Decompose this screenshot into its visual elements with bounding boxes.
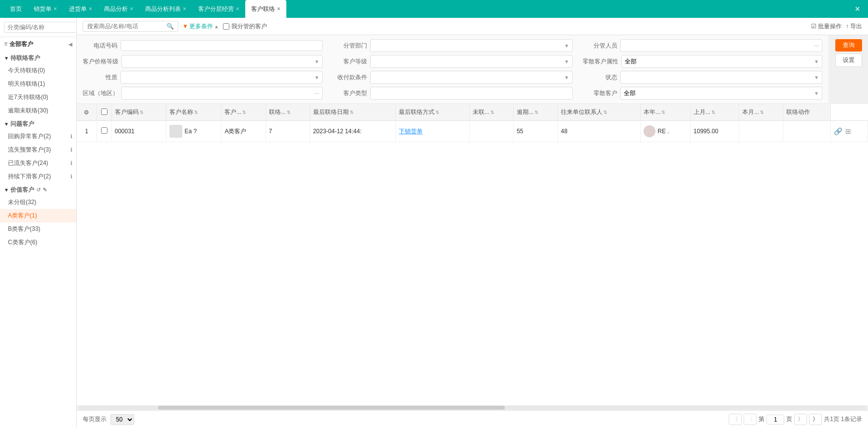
- page-size-select[interactable]: 50: [110, 414, 134, 425]
- sort-name-icon[interactable]: ⇅: [194, 110, 198, 115]
- nav-purchase[interactable]: 进货单 ×: [63, 0, 98, 18]
- payment-label: 收付款条件: [332, 73, 367, 82]
- sidebar-repurchase-info-icon[interactable]: ℹ: [70, 133, 72, 140]
- sort-contact-icon[interactable]: ⇅: [287, 110, 291, 115]
- nav-customer-contact[interactable]: 客户联络 ×: [245, 0, 286, 18]
- status-select[interactable]: ▼: [620, 71, 822, 84]
- dept-select[interactable]: ▼: [370, 39, 572, 52]
- sidebar-all-customers-label: 全部客户: [9, 40, 33, 49]
- export-btn[interactable]: ↑ 导出: [846, 22, 862, 31]
- pager-last-btn[interactable]: 》: [809, 414, 822, 425]
- sidebar-problem-section: ▼ 问题客户: [0, 117, 76, 130]
- gear-settings-icon[interactable]: ⚙: [80, 109, 94, 116]
- sidebar-item-repurchase[interactable]: 回购异常客户(2) ℹ: [0, 130, 76, 143]
- row-overdue-extra: 48: [558, 121, 641, 142]
- nav-customer-tier-close[interactable]: ×: [236, 5, 239, 12]
- nav-sales-close[interactable]: ×: [54, 5, 57, 12]
- action-grid-icon[interactable]: ⊞: [845, 127, 851, 135]
- horizontal-scrollbar[interactable]: [77, 405, 868, 410]
- search-input[interactable]: [87, 23, 166, 30]
- scrollbar-thumb[interactable]: [158, 406, 505, 410]
- price-grade-select[interactable]: ▼: [121, 55, 323, 68]
- region-select[interactable]: ···: [121, 87, 323, 100]
- cust-grade-select[interactable]: ▼: [370, 55, 572, 68]
- last-method-link[interactable]: 下销货单: [399, 128, 423, 135]
- sort-nocontact-icon[interactable]: ⇅: [490, 110, 494, 115]
- col-nocontact-label: 未联...: [473, 108, 489, 116]
- cust-type-select[interactable]: [370, 87, 572, 100]
- sort-method-icon[interactable]: ⇅: [435, 110, 439, 115]
- sidebar-refresh-icon[interactable]: ↺: [36, 187, 41, 193]
- sort-code-icon[interactable]: ⇅: [140, 110, 144, 115]
- batch-op-btn[interactable]: ☑ 批量操作: [811, 22, 842, 31]
- sidebar-churn-warning-info-icon[interactable]: ℹ: [70, 147, 72, 153]
- sidebar-edit-icon[interactable]: ✎: [43, 187, 47, 193]
- row-checkbox[interactable]: [101, 127, 108, 134]
- sidebar-item-today-contact[interactable]: 今天待联络(0): [0, 64, 76, 77]
- sidebar-item-churn-warning[interactable]: 流失预警客户(3) ℹ: [0, 143, 76, 157]
- sidebar-item-c-class[interactable]: C类客户(6): [0, 236, 76, 249]
- row-this-month: [783, 121, 830, 142]
- row-code: 000031: [111, 121, 166, 142]
- sidebar-item-ungroup[interactable]: 未分组(32): [0, 196, 76, 209]
- my-customers-checkbox[interactable]: [223, 23, 229, 30]
- sort-person-icon[interactable]: ⇅: [603, 110, 607, 115]
- sidebar-all-customers[interactable]: ⠿ 全部客户 ◀: [0, 37, 76, 52]
- nav-sales[interactable]: 销货单 ×: [28, 0, 63, 18]
- pager-next-btn[interactable]: 〉: [794, 414, 807, 425]
- query-buttons: 查询 设置: [835, 39, 862, 67]
- row-overdue: 55: [513, 121, 557, 142]
- nav-customer-contact-close[interactable]: ×: [277, 5, 280, 12]
- nature-select[interactable]: ▼: [120, 71, 323, 84]
- sidebar-b-class-label: B类客户(33): [8, 225, 40, 233]
- filter-search-icon[interactable]: 🔍: [166, 23, 174, 30]
- nav-goods-analysis-close[interactable]: ×: [130, 5, 133, 12]
- phone-input[interactable]: [120, 40, 323, 51]
- nav-close-all[interactable]: ×: [851, 4, 864, 14]
- nav-sales-label: 销货单: [34, 5, 52, 13]
- pager-first-btn[interactable]: 《: [729, 414, 742, 425]
- sort-date-icon[interactable]: ⇅: [350, 110, 354, 115]
- row-name: Ea ?: [166, 121, 221, 142]
- nav-home[interactable]: 首页: [4, 0, 28, 18]
- sidebar-item-overdue-contact[interactable]: 逾期未联络(30): [0, 104, 76, 117]
- sort-year-icon[interactable]: ⇅: [661, 110, 665, 115]
- payment-select[interactable]: ▼: [370, 71, 572, 84]
- action-link-icon[interactable]: 🔗: [834, 127, 842, 135]
- nav-purchase-close[interactable]: ×: [89, 5, 92, 12]
- settings-btn[interactable]: 设置: [835, 54, 862, 67]
- sidebar-item-week-contact[interactable]: 近7天待联络(0): [0, 91, 76, 104]
- payment-down-icon: ▼: [564, 75, 569, 80]
- sidebar-item-churned[interactable]: 已流失客户(24) ℹ: [0, 157, 76, 170]
- sort-lastmonth-icon[interactable]: ⇅: [711, 110, 715, 115]
- sidebar-churned-info-icon[interactable]: ℹ: [70, 160, 72, 166]
- sidebar-item-tomorrow-contact[interactable]: 明天待联络(1): [0, 77, 76, 91]
- query-btn[interactable]: 查询: [835, 39, 862, 52]
- col-thismonth-label: 本月...: [742, 108, 759, 116]
- sort-type-icon[interactable]: ⇅: [242, 110, 246, 115]
- col-action: 联络动作: [783, 104, 830, 121]
- select-all-checkbox[interactable]: [101, 108, 108, 115]
- retail-select[interactable]: 全部 ▼: [620, 87, 822, 100]
- filter-right-actions: ☑ 批量操作 ↑ 导出: [811, 22, 862, 31]
- nav-goods-analysis-list[interactable]: 商品分析列表 ×: [139, 0, 192, 18]
- nav-customer-tier[interactable]: 客户分层经营 ×: [192, 0, 245, 18]
- retail-attr-down-icon: ▼: [814, 59, 819, 64]
- sidebar-item-b-class[interactable]: B类客户(33): [0, 222, 76, 236]
- person-select[interactable]: ···: [620, 39, 822, 52]
- nav-goods-analysis[interactable]: 商品分析 ×: [98, 0, 139, 18]
- sort-thismonth-icon[interactable]: ⇅: [760, 110, 764, 115]
- nav-goods-list-label: 商品分析列表: [145, 5, 181, 13]
- retail-label: 零散客户: [583, 89, 617, 98]
- pager-prev-btn[interactable]: 〈: [744, 414, 757, 425]
- nav-goods-list-close[interactable]: ×: [183, 5, 186, 12]
- retail-attr-select[interactable]: 全部 ▼: [621, 55, 822, 68]
- sidebar-item-declining[interactable]: 持续下滑客户(2) ℹ: [0, 170, 76, 183]
- sidebar-item-a-class[interactable]: A类客户(1): [0, 209, 76, 222]
- region-dots-icon: ···: [314, 90, 319, 97]
- page-input[interactable]: [766, 415, 784, 425]
- sidebar-declining-info-icon[interactable]: ℹ: [70, 173, 72, 180]
- filter-more-btn[interactable]: ▼ 更多条件 ▲: [182, 22, 219, 31]
- sort-overdue-icon[interactable]: ⇅: [535, 110, 539, 115]
- sidebar-search-input[interactable]: [4, 22, 77, 33]
